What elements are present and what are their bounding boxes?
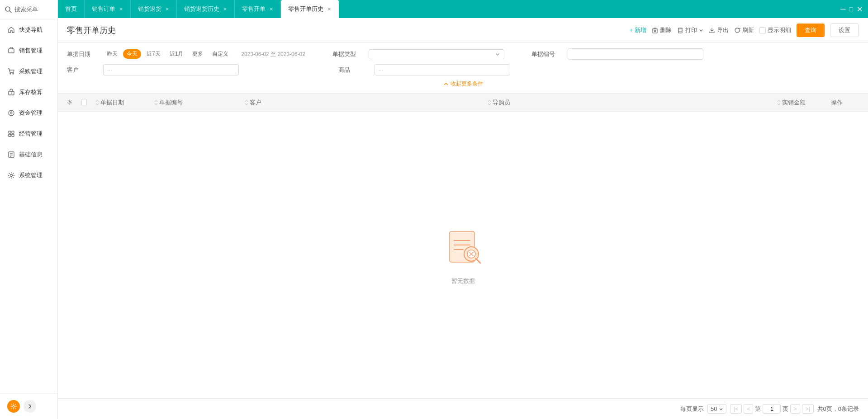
sidebar-label: 系统管理 (19, 171, 43, 179)
sidebar-item-sales-mgmt[interactable]: 销售管理 (0, 40, 57, 61)
svg-point-3 (10, 73, 11, 74)
print-label: 打印 (685, 26, 697, 34)
customer-field[interactable] (107, 66, 235, 73)
export-button[interactable]: 导出 (709, 26, 729, 34)
add-label: + 新增 (630, 26, 646, 34)
tab-home[interactable]: 首页 (58, 0, 85, 18)
table-settings-icon[interactable] (62, 94, 77, 112)
sort-icon (487, 99, 492, 106)
sidebar-item-system[interactable]: 系统管理 (0, 165, 57, 186)
sidebar-bottom (0, 393, 57, 419)
search-menu[interactable]: 搜索采单 (0, 0, 57, 19)
col-header-op: 操作 (827, 99, 863, 107)
tab-label: 零售开单历史 (288, 5, 323, 13)
tab-sales-order[interactable]: 销售订单 ✕ (85, 0, 131, 18)
display-detail-label: 显示明细 (768, 26, 791, 34)
tab-sales-return-history[interactable]: 销货退货历史 ✕ (177, 0, 235, 18)
tab-close-icon[interactable]: ✕ (165, 6, 169, 12)
page-number-input[interactable] (763, 404, 781, 414)
prev-page-button[interactable]: < (744, 404, 754, 414)
sidebar-item-basic-info[interactable]: 基础信息 (0, 144, 57, 165)
tab-close-icon[interactable]: ✕ (223, 6, 227, 12)
window-maximize-icon[interactable]: □ (849, 5, 853, 13)
empty-illustration (441, 225, 486, 270)
col-header-num[interactable]: 单据编号 (150, 99, 241, 107)
doc-num-input[interactable] (568, 48, 703, 60)
col-header-amount[interactable]: 实销金额 (773, 99, 827, 107)
col-header-customer[interactable]: 客户 (241, 99, 484, 107)
last-page-button[interactable]: >| (802, 404, 813, 414)
svg-rect-11 (12, 134, 14, 137)
sidebar-item-quick-nav[interactable]: 快捷导航 (0, 19, 57, 40)
sidebar-item-finance[interactable]: 资金管理 (0, 103, 57, 123)
doc-type-select[interactable] (369, 49, 504, 59)
settings-button[interactable] (7, 400, 20, 413)
tab-bar: 首页 销售订单 ✕ 销货退货 ✕ 销货退货历史 ✕ 零售开单 ✕ 零售开单历史 … (58, 0, 868, 18)
refresh-icon (734, 27, 740, 33)
tab-bar-right: ─ □ ✕ (835, 5, 868, 14)
tab-sales-return[interactable]: 销货退货 ✕ (131, 0, 177, 18)
operation-icon (7, 130, 15, 138)
sidebar-label: 基础信息 (19, 151, 43, 159)
tab-retail-open-history[interactable]: 零售开单历史 ✕ (281, 0, 339, 18)
svg-point-4 (13, 73, 14, 74)
doc-num-field[interactable] (572, 51, 699, 57)
refresh-button[interactable]: 刷新 (734, 26, 754, 34)
goods-input[interactable] (375, 64, 510, 75)
customer-input[interactable] (103, 64, 239, 75)
search-icon (5, 6, 12, 13)
tab-close-icon[interactable]: ✕ (119, 6, 123, 12)
goods-field[interactable] (379, 66, 506, 73)
print-button[interactable]: 打印 (677, 26, 703, 34)
first-page-button[interactable]: |< (730, 404, 741, 414)
tab-label: 销货退货 (138, 5, 161, 13)
add-button[interactable]: + 新增 (630, 26, 646, 34)
select-all-checkbox[interactable] (77, 94, 91, 112)
display-detail-checkbox[interactable]: 显示明细 (759, 26, 791, 34)
filter-area: 单据日期 昨天 今天 近7天 近1月 更多 自定义 2023-06-02 至 2… (58, 43, 868, 94)
query-button[interactable]: 查询 (797, 24, 825, 37)
doc-num-label: 单据编号 (531, 50, 559, 58)
date-btn-more[interactable]: 更多 (189, 49, 207, 59)
chevron-up-icon (443, 81, 449, 87)
sidebar-collapse-button[interactable] (24, 400, 36, 413)
sidebar-label: 库存核算 (19, 88, 43, 96)
date-btn-yesterday[interactable]: 昨天 (103, 49, 121, 59)
print-icon (677, 27, 683, 33)
goods-label: 商品 (338, 66, 365, 74)
delete-button[interactable]: 删除 (652, 26, 672, 34)
sidebar: 搜索采单 快捷导航 销售管理 采购管理 (0, 0, 58, 419)
svg-line-1 (9, 11, 11, 13)
col-header-date[interactable]: 单据日期 (91, 99, 150, 107)
collapse-filter-button[interactable]: 收起更多条件 (67, 80, 859, 88)
window-minimize-icon[interactable]: ─ (840, 5, 845, 13)
purchase-icon (7, 67, 15, 75)
window-close-icon[interactable]: ✕ (857, 5, 863, 14)
sidebar-item-operation[interactable]: 经营管理 (0, 123, 57, 144)
svg-line-31 (476, 259, 480, 263)
next-page-button[interactable]: > (790, 404, 800, 414)
date-btn-1month[interactable]: 近1月 (166, 49, 187, 59)
sidebar-label: 经营管理 (19, 130, 43, 138)
sidebar-item-purchase-mgmt[interactable]: 采购管理 (0, 61, 57, 82)
per-page-value: 50 (711, 405, 717, 412)
date-btn-7days[interactable]: 近7天 (143, 49, 164, 59)
sidebar-item-inventory[interactable]: 库存核算 (0, 82, 57, 103)
filter-row-2: 客户 商品 (67, 64, 859, 75)
tab-label: 销货退货历史 (184, 5, 219, 13)
setting-button[interactable]: 设置 (830, 24, 859, 37)
tab-retail-open[interactable]: 零售开单 ✕ (235, 0, 281, 18)
tab-close-icon[interactable]: ✕ (269, 6, 273, 12)
col-label: 实销金额 (782, 99, 806, 107)
empty-text: 暂无数据 (451, 277, 475, 285)
tab-close-icon[interactable]: ✕ (327, 6, 331, 12)
export-icon (709, 27, 715, 33)
date-btn-custom[interactable]: 自定义 (209, 49, 232, 59)
sales-icon (7, 47, 15, 55)
collapse-label: 收起更多条件 (451, 80, 483, 88)
per-page-select[interactable]: 50 (707, 404, 726, 414)
col-header-guide[interactable]: 导购员 (484, 99, 538, 107)
date-range-text: 2023-06-02 至 2023-06-02 (241, 51, 305, 58)
date-btn-today[interactable]: 今天 (123, 49, 141, 59)
page-title: 零售开单历史 (67, 25, 116, 36)
